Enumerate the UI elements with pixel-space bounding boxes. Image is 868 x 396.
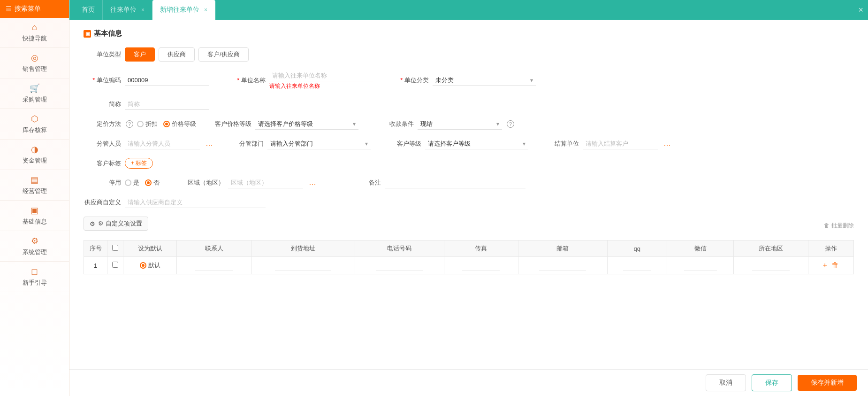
sidebar-item-operations[interactable]: ▤ 经营管理: [0, 170, 69, 201]
cancel-button[interactable]: 取消: [706, 374, 746, 391]
pricing-discount-label: 折扣: [145, 120, 158, 128]
manager-input[interactable]: [125, 138, 200, 149]
row-actions: + 🗑: [808, 257, 853, 274]
short-name-input[interactable]: [125, 99, 209, 110]
customer-price-level-select[interactable]: 请选择客户价格等级: [255, 118, 358, 130]
tags-label: 客户标签: [84, 159, 121, 168]
email-input[interactable]: [539, 260, 586, 271]
pricing-level-radio[interactable]: 价格等级: [163, 120, 196, 128]
unit-type-group: 客户 供应商 客户/供应商: [125, 47, 249, 62]
save-new-button[interactable]: 保存并新增: [798, 375, 857, 391]
save-button[interactable]: 保存: [752, 374, 792, 391]
unit-type-row: 单位类型 客户 供应商 客户/供应商: [84, 47, 854, 62]
pricing-radio-group: 折扣 价格等级: [137, 120, 196, 128]
sidebar-item-quick-nav[interactable]: ⌂ 快捷导航: [0, 18, 69, 48]
customer-level-select[interactable]: 请选择客户等级: [425, 138, 528, 149]
col-phone: 电话号码: [355, 241, 444, 257]
tab-new-trade-unit-close[interactable]: ×: [204, 7, 207, 13]
payment-terms-select[interactable]: 现结: [418, 118, 502, 130]
settlement-more-btn[interactable]: …: [663, 140, 671, 148]
unit-name-label: 单位名称: [228, 76, 266, 85]
section-icon: ▣: [84, 30, 91, 38]
dept-select[interactable]: 请输入分管部门: [267, 138, 371, 149]
tab-trade-units-close[interactable]: ×: [141, 7, 145, 13]
row-delete-btn[interactable]: 🗑: [831, 261, 839, 269]
sidebar-item-purchase[interactable]: 🛒 采购管理: [0, 78, 69, 109]
sidebar-item-system[interactable]: ⚙ 系统管理: [0, 231, 69, 262]
supplier-custom-label: 供应商自定义: [84, 198, 121, 207]
short-name-label: 简称: [84, 100, 121, 109]
row-checkbox[interactable]: [112, 262, 118, 268]
sidebar-search[interactable]: ☰ 搜索菜单: [0, 0, 69, 18]
sidebar-item-label: 新手引导: [23, 279, 47, 287]
row-num: 1: [84, 257, 107, 274]
row-qq: [607, 257, 667, 274]
unit-category-select[interactable]: 未分类: [433, 75, 536, 86]
sidebar-item-basic-info[interactable]: ▣ 基础信息: [0, 201, 69, 231]
unit-type-supplier-btn[interactable]: 供应商: [159, 47, 195, 62]
tab-new-trade-unit[interactable]: 新增往来单位 ×: [152, 0, 215, 20]
unit-type-customer-btn[interactable]: 客户: [125, 47, 155, 62]
col-region: 所在地区: [734, 241, 808, 257]
sidebar-item-label: 基础信息: [23, 217, 47, 226]
unit-type-both-btn[interactable]: 客户/供应商: [198, 47, 249, 62]
custom-settings-button[interactable]: ⚙ ⚙ 自定义项设置: [84, 217, 148, 231]
fax-input[interactable]: [462, 260, 500, 271]
disable-yes-radio[interactable]: 是: [125, 179, 139, 187]
unit-code-label: 单位编码: [84, 76, 121, 85]
settlement-input[interactable]: [583, 138, 658, 149]
disable-label: 停用: [84, 179, 121, 187]
row-default-radio[interactable]: 默认: [128, 261, 172, 270]
select-all-checkbox[interactable]: [112, 245, 118, 251]
phone-input[interactable]: [376, 260, 423, 271]
row-address: [251, 257, 355, 274]
sidebar-item-sales[interactable]: ◎ 销售管理: [0, 48, 69, 78]
row-phone: [355, 257, 444, 274]
region-table-input[interactable]: [752, 260, 790, 271]
col-email: 邮箱: [518, 241, 607, 257]
table-row: 1 默认: [84, 257, 854, 274]
batch-delete-icon: 🗑: [824, 222, 830, 229]
pricing-label: 定价方法: [84, 120, 121, 128]
contact-input[interactable]: [195, 260, 233, 271]
unit-name-error-msg: 请输入往来单位名称: [269, 82, 373, 90]
col-check: [107, 241, 123, 257]
tab-trade-units[interactable]: 往来单位 ×: [103, 0, 152, 20]
region-input[interactable]: [228, 177, 303, 188]
pricing-discount-radio[interactable]: 折扣: [137, 120, 158, 128]
qq-input[interactable]: [623, 260, 651, 271]
payment-terms-help-icon[interactable]: ?: [507, 120, 514, 128]
manager-more-btn[interactable]: …: [206, 140, 213, 148]
sidebar-item-inventory[interactable]: ⬡ 库存核算: [0, 109, 69, 140]
remark-input[interactable]: [385, 177, 525, 188]
sidebar-item-finance[interactable]: ◑ 资金管理: [0, 140, 69, 170]
customer-price-level-label: 客户价格等级: [214, 120, 251, 128]
customer-price-level-wrapper: 请选择客户价格等级: [255, 118, 358, 130]
row-email: [518, 257, 607, 274]
unit-code-input[interactable]: [125, 75, 209, 86]
window-close-button[interactable]: ×: [858, 5, 863, 15]
unit-name-input[interactable]: [269, 70, 373, 81]
guide-icon: ◻: [31, 266, 38, 277]
add-tag-btn[interactable]: + 标签: [125, 158, 153, 169]
supplier-custom-input[interactable]: [125, 197, 266, 208]
custom-settings-label: ⚙ 自定义项设置: [98, 219, 142, 228]
region-more-btn[interactable]: …: [309, 179, 316, 187]
row-add-btn[interactable]: +: [822, 261, 827, 269]
sidebar-item-label: 经营管理: [23, 187, 47, 195]
sidebar-item-guide[interactable]: ◻ 新手引导: [0, 262, 69, 292]
operations-icon: ▤: [30, 175, 38, 185]
unit-category-select-wrapper: 未分类: [433, 75, 536, 86]
customer-level-label: 客户等级: [384, 140, 421, 148]
tab-home[interactable]: 首页: [74, 0, 103, 20]
disable-no-radio[interactable]: 否: [145, 179, 160, 187]
col-wechat: 微信: [667, 241, 734, 257]
bottom-bar: 取消 保存 保存并新增: [69, 369, 868, 396]
address-input[interactable]: [275, 260, 331, 271]
quick-nav-icon: ⌂: [32, 23, 37, 32]
batch-delete-btn[interactable]: 🗑 批量删除: [824, 222, 854, 230]
pricing-help-icon[interactable]: ?: [126, 120, 133, 128]
row-region: [734, 257, 808, 274]
wechat-input[interactable]: [684, 260, 717, 271]
disable-region-remark-row: 停用 是 否 区域（地区） … 备注: [84, 177, 854, 188]
